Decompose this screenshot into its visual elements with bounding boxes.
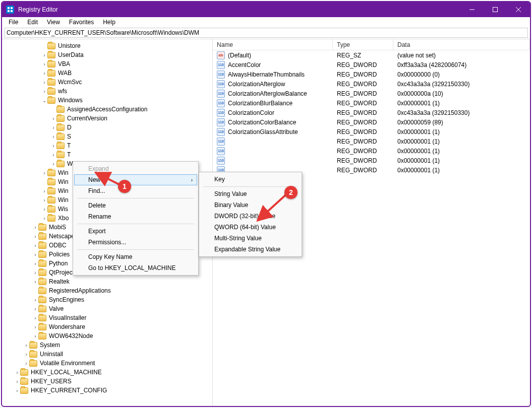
chevron-right-icon[interactable] <box>41 52 47 58</box>
chevron-right-icon[interactable] <box>50 116 56 121</box>
chevron-right-icon[interactable] <box>32 243 38 248</box>
chevron-right-icon[interactable] <box>14 370 20 375</box>
value-row[interactable]: 110REG_DWORD0x00000001 (1) <box>213 146 530 156</box>
menu-file[interactable]: File <box>5 18 22 27</box>
tree-item[interactable]: UserData <box>2 50 212 59</box>
ctx-permissions[interactable]: Permissions... <box>74 237 197 248</box>
chevron-right-icon[interactable] <box>41 80 47 85</box>
chevron-right-icon[interactable] <box>14 388 20 393</box>
sub-expandstring-value[interactable]: Expandable String Value <box>200 244 301 255</box>
minimize-button[interactable] <box>460 2 484 17</box>
tree-item[interactable]: Realtek <box>2 277 212 286</box>
tree-item[interactable]: WAB <box>2 69 212 78</box>
tree-item[interactable]: HKEY_CURRENT_CONFIG <box>2 386 212 395</box>
value-row[interactable]: 110ColorizationColorREG_DWORD0xc43a3a3a … <box>213 108 530 117</box>
column-data[interactable]: Data <box>393 39 530 50</box>
ctx-copy-key-name[interactable]: Copy Key Name <box>74 251 197 262</box>
sub-multistring-value[interactable]: Multi-String Value <box>200 233 301 244</box>
chevron-right-icon[interactable] <box>32 297 38 303</box>
menu-edit[interactable]: Edit <box>24 18 41 27</box>
tree-item[interactable]: Unistore <box>2 41 212 50</box>
tree-item[interactable]: WcmSvc <box>2 78 212 87</box>
chevron-right-icon[interactable] <box>41 89 47 94</box>
value-row[interactable]: 110REG_DWORD0x00000001 (1) <box>213 137 530 146</box>
ctx-new[interactable]: New › <box>74 174 197 185</box>
value-row[interactable]: ab(Default)REG_SZ(value not set) <box>213 50 530 60</box>
column-name[interactable]: Name <box>213 39 333 50</box>
chevron-right-icon[interactable] <box>23 352 29 357</box>
tree-item[interactable]: System <box>2 341 212 350</box>
chevron-right-icon[interactable] <box>32 324 38 330</box>
tree-item[interactable]: SyncEngines <box>2 295 212 304</box>
value-row[interactable]: 110ColorizationAfterglowREG_DWORD0xc43a3… <box>213 79 530 89</box>
chevron-right-icon[interactable] <box>14 379 20 384</box>
chevron-right-icon[interactable] <box>41 170 47 176</box>
chevron-right-icon[interactable] <box>41 188 47 194</box>
app-icon <box>6 6 14 14</box>
chevron-right-icon[interactable] <box>32 333 38 339</box>
tree-item[interactable]: RegisteredApplications <box>2 286 212 295</box>
tree-item[interactable]: CurrentVersion <box>2 114 212 123</box>
folder-icon <box>56 161 65 167</box>
tree-item[interactable]: Volatile Environment <box>2 359 212 368</box>
ctx-export[interactable]: Export <box>74 226 197 237</box>
sub-qword-value[interactable]: QWORD (64-bit) Value <box>200 222 301 233</box>
chevron-right-icon[interactable] <box>41 216 47 221</box>
tree-item[interactable]: HKEY_LOCAL_MACHINE <box>2 368 212 377</box>
chevron-right-icon[interactable] <box>41 61 47 67</box>
value-row[interactable]: 110ColorizationAfterglowBalanceREG_DWORD… <box>213 89 530 98</box>
menu-favorites[interactable]: Favorites <box>66 18 97 27</box>
chevron-right-icon[interactable] <box>32 261 38 266</box>
value-row[interactable]: 110ColorizationGlassAttributeREG_DWORD0x… <box>213 127 530 137</box>
chevron-right-icon[interactable] <box>50 125 56 130</box>
tree-item[interactable]: VisualInstaller <box>2 313 212 322</box>
chevron-right-icon[interactable] <box>32 270 38 276</box>
tree-item[interactable]: T <box>2 150 212 159</box>
tree-item[interactable]: VBA <box>2 59 212 69</box>
ctx-find[interactable]: Find... <box>74 185 197 196</box>
chevron-right-icon[interactable] <box>41 71 47 76</box>
tree-item[interactable]: T <box>2 141 212 150</box>
chevron-right-icon[interactable] <box>50 143 56 149</box>
chevron-down-icon[interactable] <box>41 98 47 103</box>
tree-item-label: D <box>67 124 72 131</box>
chevron-right-icon[interactable] <box>32 225 38 230</box>
chevron-right-icon[interactable] <box>23 343 29 348</box>
tree-item[interactable]: D <box>2 123 212 132</box>
ctx-goto-hklm[interactable]: Go to HKEY_LOCAL_MACHINE <box>74 262 197 274</box>
menu-view[interactable]: View <box>43 18 64 27</box>
value-row[interactable]: 110AccentColorREG_DWORD0xff3a3a3a (42820… <box>213 60 530 70</box>
chevron-right-icon[interactable] <box>32 252 38 257</box>
value-row[interactable]: 110ColorizationColorBalanceREG_DWORD0x00… <box>213 117 530 127</box>
chevron-right-icon[interactable] <box>32 306 38 312</box>
chevron-right-icon[interactable] <box>32 315 38 321</box>
ctx-rename[interactable]: Rename <box>74 211 197 222</box>
chevron-right-icon[interactable] <box>50 134 56 140</box>
chevron-right-icon[interactable] <box>50 152 56 158</box>
address-bar[interactable]: Computer\HKEY_CURRENT_USER\Software\Micr… <box>4 28 528 38</box>
maximize-button[interactable] <box>484 2 507 17</box>
value-row[interactable]: 110AlwaysHibernateThumbnailsREG_DWORD0x0… <box>213 70 530 79</box>
column-type[interactable]: Type <box>333 39 393 50</box>
tree-item[interactable]: AssignedAccessConfiguration <box>2 105 212 114</box>
tree-item[interactable]: Windows <box>2 96 212 105</box>
tree-item[interactable]: wfs <box>2 87 212 96</box>
value-row[interactable]: 110ColorizationBlurBalanceREG_DWORD0x000… <box>213 98 530 108</box>
tree-item[interactable]: WOW6432Node <box>2 331 212 341</box>
value-row[interactable]: 110REG_DWORD0x00000001 (1) <box>213 156 530 165</box>
menu-help[interactable]: Help <box>99 18 119 27</box>
chevron-right-icon[interactable] <box>23 361 29 366</box>
sub-key[interactable]: Key <box>200 174 301 185</box>
chevron-right-icon[interactable] <box>50 161 56 167</box>
tree-item[interactable]: S <box>2 132 212 141</box>
tree-item[interactable]: Valve <box>2 304 212 313</box>
tree-item[interactable]: Uninstall <box>2 350 212 359</box>
tree-item[interactable]: HKEY_USERS <box>2 377 212 386</box>
chevron-right-icon[interactable] <box>41 207 47 212</box>
chevron-right-icon[interactable] <box>32 234 38 239</box>
tree-item[interactable]: Wondershare <box>2 322 212 331</box>
chevron-right-icon[interactable] <box>41 197 47 203</box>
close-button[interactable] <box>507 2 530 17</box>
chevron-right-icon[interactable] <box>32 279 38 285</box>
ctx-delete[interactable]: Delete <box>74 200 197 211</box>
